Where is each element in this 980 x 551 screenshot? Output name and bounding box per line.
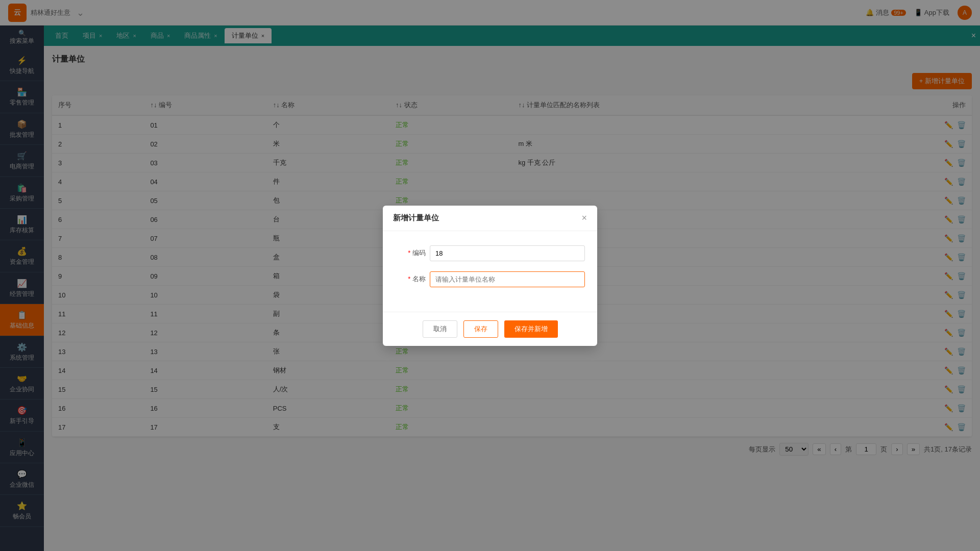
modal-footer: 取消 保存 保存并新增 xyxy=(383,312,597,346)
modal-title: 新增计量单位 xyxy=(393,213,439,223)
save-button[interactable]: 保存 xyxy=(463,320,498,338)
form-row-name: * 名称 xyxy=(395,271,585,287)
code-label: * 编码 xyxy=(395,248,426,258)
modal-overlay: 新增计量单位 × * 编码 * 名称 取消 保存 保存并新增 xyxy=(0,0,980,551)
cancel-button[interactable]: 取消 xyxy=(423,320,457,338)
modal-body: * 编码 * 名称 xyxy=(383,231,597,312)
modal: 新增计量单位 × * 编码 * 名称 取消 保存 保存并新增 xyxy=(383,206,597,346)
modal-close-btn[interactable]: × xyxy=(581,213,587,223)
code-input[interactable] xyxy=(430,245,585,261)
modal-header: 新增计量单位 × xyxy=(383,206,597,231)
form-row-code: * 编码 xyxy=(395,245,585,261)
required-star-code: * xyxy=(408,249,410,257)
name-input[interactable] xyxy=(430,271,585,287)
name-label: * 名称 xyxy=(395,274,426,284)
required-star-name: * xyxy=(408,275,410,283)
save-and-new-button[interactable]: 保存并新增 xyxy=(504,320,558,338)
